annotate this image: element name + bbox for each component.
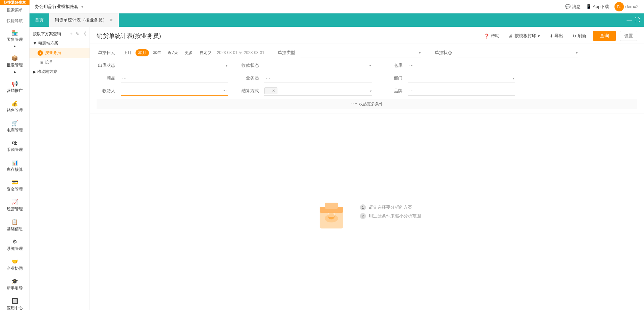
sidebar-item-finance[interactable]: 💳 资金管理 xyxy=(0,176,30,196)
edit-scheme-btn[interactable]: ✎ xyxy=(75,31,79,37)
payment-label: 结算方式 xyxy=(240,88,259,94)
svg-rect-5 xyxy=(328,213,335,217)
tab-sales-stat[interactable]: 销货单统计表（按业务员） ✕ xyxy=(49,13,119,27)
doc-icon: ⊞ xyxy=(40,60,44,65)
phone-icon: 📱 xyxy=(586,4,591,9)
doc-status-control xyxy=(458,48,578,57)
cooperation-icon: 🤝 xyxy=(11,258,18,265)
finance-icon: 💳 xyxy=(11,179,18,186)
sidebar-item-ecommerce[interactable]: 🛒 电商管理 xyxy=(0,117,30,137)
warehouse-dots[interactable]: ··· xyxy=(408,62,415,68)
add-scheme-btn[interactable]: ＋ xyxy=(69,31,73,37)
inventory-icon: 📊 xyxy=(11,159,18,166)
doc-status-label: 单据状态 xyxy=(433,50,452,56)
app-download-btn[interactable]: 📱 App下载 xyxy=(586,4,609,10)
payment-control: ✕ xyxy=(264,86,372,96)
sidebar-item-inventory[interactable]: 📊 库存核算 xyxy=(0,156,30,176)
brand-label: 品牌 xyxy=(384,88,402,94)
print-icon: 🖨 xyxy=(509,34,513,39)
consignee-input[interactable] xyxy=(121,88,221,94)
date-label: 单据日期 xyxy=(97,50,115,56)
dropdown-label: 办公用品行业模拟账套 xyxy=(35,4,78,10)
brand-dots[interactable]: ··· xyxy=(408,88,415,94)
tab-home[interactable]: 首页 xyxy=(30,13,49,27)
scheme-item-by-salesperson[interactable]: ● 按业务员 xyxy=(30,48,90,58)
sidebar-item-apps[interactable]: 🔲 应用中心 xyxy=(0,295,30,310)
dept-control xyxy=(408,73,515,83)
empty-svg xyxy=(313,193,350,230)
sidebar-item-basic[interactable]: 📋 基础信息 xyxy=(0,215,30,235)
export-btn[interactable]: ⬇ 导出 xyxy=(547,32,566,40)
date-custom[interactable]: 自定义 xyxy=(197,49,214,56)
filter-area: 单据日期 上月 本月 本年 近7天 更多 自定义 2023-03-01 至 20… xyxy=(90,44,644,113)
out-status-label: 出库状态 xyxy=(97,62,115,68)
date-this-year[interactable]: 本年 xyxy=(150,49,164,56)
out-status-control xyxy=(121,61,228,70)
operations-icon: 📈 xyxy=(11,199,18,205)
retail-icon: 🏪 xyxy=(11,30,18,36)
sidebar-item-operations[interactable]: 📈 经营管理 xyxy=(0,196,30,215)
chevron-right-icon: ▶ xyxy=(33,69,36,74)
svg-rect-2 xyxy=(325,203,338,209)
consignee-control: ··· xyxy=(121,86,228,96)
search-menu[interactable]: 搜索菜单 xyxy=(0,5,30,16)
out-status-dropdown[interactable] xyxy=(226,63,227,68)
avatar: Ea xyxy=(614,2,624,11)
date-more[interactable]: 更多 xyxy=(182,49,196,56)
tab-minimize-icon[interactable]: — xyxy=(627,17,632,23)
filter-row-1: 单据日期 上月 本月 本年 近7天 更多 自定义 2023-03-01 至 20… xyxy=(97,48,637,57)
date-last-month[interactable]: 上月 xyxy=(121,49,134,56)
filter-row-3: 商品 ··· 业务员 ··· 部门 xyxy=(97,73,637,83)
desktop-group-title[interactable]: ▼ 电脑端方案 xyxy=(30,38,90,48)
message-btn[interactable]: 💬 消息 xyxy=(565,4,581,10)
quick-nav[interactable]: 快捷导航 xyxy=(0,16,30,26)
mobile-group-title[interactable]: ▶ 移动端方案 xyxy=(30,67,90,76)
help-btn[interactable]: ❓ 帮助 xyxy=(481,32,502,40)
doc-type-dropdown[interactable] xyxy=(419,50,421,55)
tab-maximize-icon[interactable]: ⛶ xyxy=(635,17,640,23)
page-title-bar: 销货单统计表(按业务员) ❓ 帮助 🖨 按模板打印 ▾ ⬇ 导出 xyxy=(90,27,644,44)
collapse-panel-btn[interactable]: 《 xyxy=(82,31,86,37)
doc-type-label: 单据类型 xyxy=(276,50,295,56)
sidebar-item-sales[interactable]: 💰 销售管理 xyxy=(0,97,30,117)
sidebar-item-wholesale[interactable]: 📦 批发管理 ▴ xyxy=(0,52,30,77)
doc-status-dropdown[interactable] xyxy=(576,50,578,55)
page-content: 按以下方案查询 ＋ ✎ 《 ▼ 电脑端方案 ● 按业务员 ⊞ 按单 xyxy=(30,27,644,310)
doc-type-control xyxy=(301,48,421,57)
product-dots[interactable]: ··· xyxy=(121,75,128,81)
date-this-month[interactable]: 本月 xyxy=(136,49,149,56)
scheme-sub-item-by-doc[interactable]: ⊞ 按单 xyxy=(30,58,90,67)
sidebar-item-system[interactable]: ⚙ 系统管理 xyxy=(0,235,30,255)
app-logo: 畅捷通好生意 xyxy=(0,0,30,5)
dropdown-arrow-icon[interactable]: ▾ xyxy=(81,4,84,9)
collapse-btn[interactable]: ⌃⌃ 收起更多条件 xyxy=(351,101,383,107)
sidebar-item-purchase[interactable]: 🛍 采购管理 xyxy=(0,137,30,156)
tab-close-icon[interactable]: ✕ xyxy=(110,18,113,22)
settings-btn[interactable]: 设置 xyxy=(620,31,637,41)
template-print-btn[interactable]: 🖨 按模板打印 ▾ xyxy=(506,32,543,40)
sidebar-item-retail[interactable]: 🏪 零售管理 ▸ xyxy=(0,26,30,52)
payment-tag-remove[interactable]: ✕ xyxy=(272,89,275,93)
left-panel: 按以下方案查询 ＋ ✎ 《 ▼ 电脑端方案 ● 按业务员 ⊞ 按单 xyxy=(30,27,90,310)
ecommerce-icon: 🛒 xyxy=(11,120,18,126)
header-left: 办公用品行业模拟账套 ▾ xyxy=(35,4,84,10)
empty-state: 1 请先选择要分析的方案 2 用过滤条件来缩小分析范围 xyxy=(90,113,644,310)
refresh-btn[interactable]: ↻ 刷新 xyxy=(570,32,589,40)
collapse-row: ⌃⌃ 收起更多条件 xyxy=(97,99,637,109)
tip-num-1: 1 xyxy=(360,204,366,210)
receipt-status-dropdown[interactable] xyxy=(369,63,371,68)
user-menu[interactable]: Ea demo2 xyxy=(614,2,639,11)
sidebar-item-marketing[interactable]: 📢 营销推广 xyxy=(0,77,30,97)
salesperson-label: 业务员 xyxy=(240,75,259,81)
tab-bar: 首页 销货单统计表（按业务员） ✕ — ⛶ xyxy=(30,13,644,27)
query-btn[interactable]: 查询 xyxy=(593,31,616,41)
salesperson-dots[interactable]: ··· xyxy=(264,75,271,81)
warehouse-control: ··· xyxy=(408,61,515,70)
empty-tip-2: 2 用过滤条件来缩小分析范围 xyxy=(360,213,421,219)
date-last-7[interactable]: 近7天 xyxy=(165,49,181,56)
consignee-dots[interactable]: ··· xyxy=(221,88,228,94)
payment-dropdown[interactable] xyxy=(370,88,372,93)
sidebar-item-cooperation[interactable]: 🤝 企业协同 xyxy=(0,255,30,275)
dept-dropdown[interactable] xyxy=(513,75,515,81)
sidebar-item-newbie[interactable]: 🎓 新手引导 xyxy=(0,275,30,295)
